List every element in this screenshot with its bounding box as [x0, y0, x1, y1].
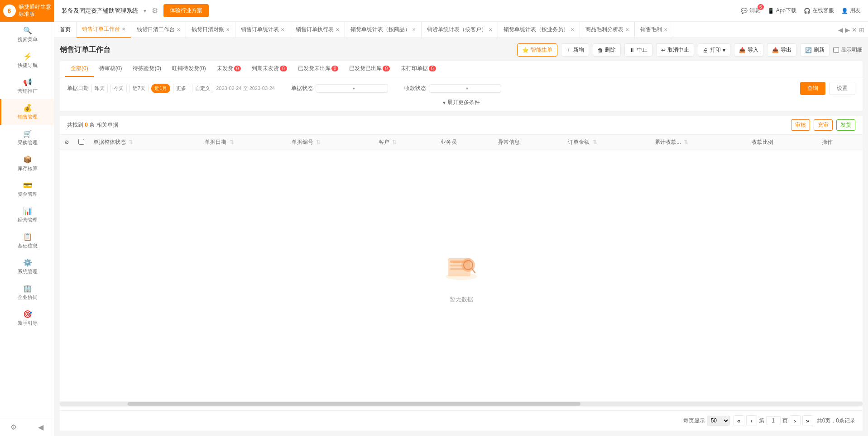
set-button[interactable]: 设置 — [829, 82, 855, 95]
user-menu-button[interactable]: 👤 用友 — [841, 7, 861, 14]
online-service-button[interactable]: 🎧 在线客服 — [804, 7, 834, 14]
sort-icon[interactable]: ⇅ — [230, 139, 234, 145]
tab-sales-exec[interactable]: 销售订单执行表 ✕ — [290, 22, 345, 38]
col-check[interactable] — [74, 135, 89, 150]
sidebar-item-quick-nav[interactable]: ⚡ 快捷导航 — [0, 47, 54, 73]
sidebar-item-newbie[interactable]: 🎯 新手引导 — [0, 305, 54, 331]
sidebar-item-sales[interactable]: 💰 销售管理 — [0, 99, 54, 125]
date-1month-btn[interactable]: 近1月 — [151, 84, 170, 93]
print-button[interactable]: 🖨 打印 ▾ — [698, 43, 730, 57]
tab-close-icon[interactable]: ✕ — [226, 27, 230, 32]
tabs-close-icon[interactable]: ✕ — [852, 26, 857, 33]
tabs-prev-icon[interactable]: ◀ — [838, 26, 843, 33]
add-button[interactable]: ＋ 新增 — [561, 43, 589, 57]
export-button[interactable]: 📤 导出 — [767, 43, 796, 57]
date-7days-btn[interactable]: 近7天 — [129, 84, 149, 93]
tab-cash-reconcile[interactable]: 钱货日清对账 ✕ — [186, 22, 235, 38]
sort-icon[interactable]: ⇅ — [593, 139, 597, 145]
tab-close-icon[interactable]: ✕ — [177, 27, 180, 32]
tab-sales-stat[interactable]: 销售订单统计表 ✕ — [235, 22, 290, 38]
tab-cash-daily[interactable]: 钱货日清工作台 ✕ — [131, 22, 186, 38]
sort-icon[interactable]: ⇅ — [129, 139, 133, 145]
sub-tab-shipped-not-out[interactable]: 已发货未出库0 — [293, 61, 344, 77]
delete-button[interactable]: 🗑 删除 — [593, 43, 621, 57]
show-detail-input[interactable] — [833, 47, 839, 53]
topbar-settings-icon[interactable]: ⚙ — [152, 6, 158, 15]
sidebar-item-marketing[interactable]: 📢 营销推广 — [0, 73, 54, 99]
tab-close-icon[interactable]: ✕ — [412, 27, 416, 32]
col-settings[interactable]: ⚙ — [60, 135, 74, 150]
import-button[interactable]: 📥 导入 — [734, 43, 763, 57]
sub-tab-shipped-out[interactable]: 已发货已出库0 — [344, 61, 395, 77]
message-button[interactable]: 💬 消息 6 — [741, 7, 760, 14]
sidebar-item-basic-info[interactable]: 📋 基础信息 — [0, 228, 54, 254]
sort-icon[interactable]: ⇅ — [684, 139, 688, 145]
tab-close-icon[interactable]: ✕ — [122, 27, 125, 32]
smart-generate-button[interactable]: ⭐ 智能生单 — [517, 43, 557, 57]
tab-close-icon[interactable]: ✕ — [281, 27, 284, 32]
sub-tab-wangpu-ship[interactable]: 旺铺待发货(0) — [167, 61, 211, 77]
horizontal-scrollbar[interactable] — [60, 401, 863, 407]
sub-tab-all[interactable]: 全部(0) — [65, 61, 94, 77]
app-download-button[interactable]: 📱 App下载 — [767, 7, 796, 14]
table-header-row: ⚙ 单据整体状态 ⇅ 单据日期 ⇅ 单据编号 ⇅ — [60, 135, 863, 150]
tab-close-icon[interactable]: ✕ — [571, 27, 574, 32]
date-today-btn[interactable]: 今天 — [110, 84, 127, 93]
next-page-button[interactable]: › — [790, 415, 801, 426]
sub-tab-unprinted[interactable]: 未打印单据0 — [395, 61, 441, 77]
status-select-arrow-icon: ▾ — [353, 86, 384, 91]
tabs-expand-icon[interactable]: ⊞ — [859, 26, 864, 33]
settings-icon[interactable]: ⚙ — [10, 423, 17, 431]
sidebar-item-inventory[interactable]: 📦 库存核算 — [0, 151, 54, 176]
cancel-pause-button[interactable]: ↩ 取消中止 — [656, 43, 694, 57]
sort-icon[interactable]: ⇅ — [392, 139, 397, 145]
tab-close-icon[interactable]: ✕ — [489, 27, 492, 32]
industry-solution-button[interactable]: 体验行业方案 — [163, 4, 209, 17]
sort-icon[interactable]: ⇅ — [316, 139, 321, 145]
scroll-thumb[interactable] — [128, 402, 580, 406]
tab-sales-stat-label: 销售订单统计表 — [241, 26, 279, 33]
prev-page-button[interactable]: ‹ — [746, 415, 757, 426]
sidebar-item-system[interactable]: ⚙️ 系统管理 — [0, 254, 54, 280]
payment-select[interactable]: ▾ — [429, 84, 501, 93]
query-button[interactable]: 查询 — [800, 82, 825, 95]
tab-product-margin[interactable]: 商品毛利分析表 ✕ — [580, 22, 635, 38]
show-detail-checkbox[interactable]: 显示明细 — [833, 46, 863, 54]
status-select[interactable]: ▾ — [316, 84, 388, 93]
sidebar-item-finance[interactable]: 💳 资金管理 — [0, 176, 54, 202]
sidebar-item-enterprise[interactable]: 🏢 企业协同 — [0, 280, 54, 305]
tabs-next-icon[interactable]: ▶ — [845, 26, 850, 33]
un-review-button[interactable]: 充审 — [814, 119, 833, 131]
refresh-button[interactable]: 🔄 刷新 — [800, 43, 830, 57]
ship-button[interactable]: 发货 — [836, 119, 855, 131]
tab-sales-stat-customer[interactable]: 销货单统计表（按客户） ✕ — [422, 22, 498, 38]
tab-close-icon[interactable]: ✕ — [664, 27, 667, 32]
first-page-button[interactable]: « — [734, 415, 744, 426]
review-button[interactable]: 审核 — [791, 119, 810, 131]
tab-sales-workbench[interactable]: 销售订单工作台 ✕ — [77, 22, 131, 38]
sidebar-item-operations[interactable]: 📊 经营管理 — [0, 202, 54, 228]
tab-sales-gross[interactable]: 销售毛利 ✕ — [635, 22, 673, 38]
tab-close-icon[interactable]: ✕ — [336, 27, 339, 32]
sidebar-item-purchase[interactable]: 🛒 采购管理 — [0, 125, 54, 151]
sub-tab-expired-unshipped[interactable]: 到期未发货0 — [246, 61, 293, 77]
tab-sales-stat-staff[interactable]: 销货单统计表（按业务员） ✕ — [498, 22, 580, 38]
dropdown-arrow-icon[interactable]: ▾ — [144, 8, 146, 14]
tab-home[interactable]: 首页 — [54, 22, 77, 38]
select-all-checkbox[interactable] — [78, 139, 84, 145]
tab-sales-stat-product[interactable]: 销货单统计表（按商品） ✕ — [345, 22, 422, 38]
sub-tab-pending-review[interactable]: 待审核(0) — [94, 61, 128, 77]
page-input[interactable] — [766, 416, 781, 425]
date-more-btn[interactable]: 更多 — [173, 84, 189, 93]
pause-button[interactable]: ⏸ 中止 — [624, 43, 652, 57]
last-page-button[interactable]: » — [802, 415, 813, 426]
per-page-select[interactable]: 50 10 20 100 — [707, 416, 730, 426]
expand-filters-button[interactable]: ▾ 展开更多条件 — [443, 99, 480, 106]
date-custom-btn[interactable]: 自定义 — [192, 84, 213, 93]
date-yesterday-btn[interactable]: 昨天 — [91, 84, 108, 93]
tab-close-icon[interactable]: ✕ — [625, 27, 629, 32]
collapse-icon[interactable]: ◀ — [38, 423, 43, 431]
sub-tab-unshipped[interactable]: 未发货0 — [211, 61, 247, 77]
sidebar-item-search[interactable]: 🔍 搜索菜单 — [0, 22, 54, 47]
sub-tab-pending-check[interactable]: 待拣验货(0) — [127, 61, 167, 77]
